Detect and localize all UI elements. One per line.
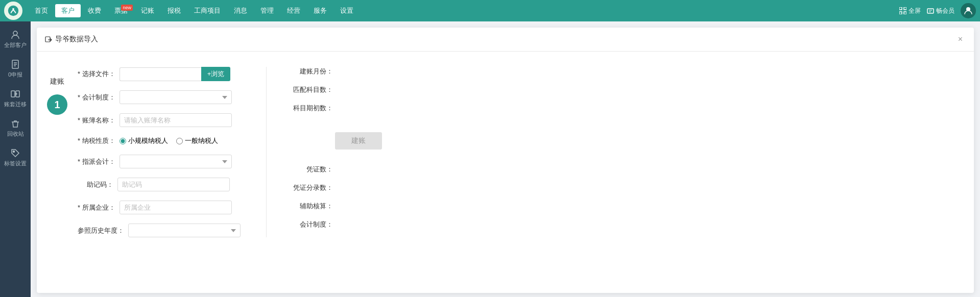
memo-row: 助记码： (78, 178, 241, 191)
sidebar: 全部客户 0申报 账套迁移 回收站 (0, 21, 31, 297)
file-input[interactable] (119, 67, 201, 81)
form-section: * 选择文件： +浏览 * 会计制度： (78, 67, 241, 237)
svg-rect-5 (904, 12, 906, 14)
assigned-accountant-row: * 指派会计： (78, 155, 241, 168)
nav-item-bookkeeping[interactable]: 记账 (135, 4, 160, 17)
voucher-count-row: 凭证数： (292, 165, 425, 174)
nav-item-tax[interactable]: 报税 (161, 4, 187, 17)
memo-label: 助记码： (78, 180, 113, 189)
sidebar-item-recycle[interactable]: 回收站 (1, 114, 30, 142)
subject-initial-label: 科目期初数： (292, 104, 333, 113)
dialog-header: 导爷数据导入 × (37, 28, 974, 52)
svg-rect-3 (904, 7, 906, 10)
nav-items: 首页 客户 收费 票据 new 记账 报税 工商项目 消息 管理 经营 服务 设… (29, 4, 899, 17)
acc-system-row: 会计制度： (292, 220, 425, 229)
dialog-title: 导爷数据导入 (45, 35, 98, 44)
file-input-group: +浏览 (119, 67, 231, 81)
fullscreen-button[interactable]: 全屏 (899, 7, 921, 15)
svg-rect-2 (899, 7, 902, 10)
ledger-name-input[interactable] (119, 113, 232, 127)
sidebar-item-declaration[interactable]: 0申报 (1, 55, 30, 83)
svg-rect-6 (927, 9, 934, 13)
nav-logo[interactable] (4, 2, 22, 20)
sidebar-item-tag-settings[interactable]: 标签设置 (1, 144, 30, 171)
nav-item-operations[interactable]: 经营 (281, 4, 306, 17)
history-year-label: 参照历史年度： (78, 226, 124, 235)
new-badge: new (121, 5, 133, 11)
nav-item-messages[interactable]: 消息 (228, 4, 253, 17)
dialog-close-button[interactable]: × (955, 34, 966, 45)
voucher-count-label: 凭证数： (292, 165, 333, 174)
company-input[interactable] (119, 201, 232, 214)
member-button[interactable]: 畅会员 (927, 7, 954, 15)
svg-rect-13 (45, 37, 50, 42)
assigned-accountant-select[interactable] (119, 155, 232, 168)
company-label: * 所属企业： (78, 203, 115, 212)
nav-item-management[interactable]: 管理 (254, 4, 280, 17)
history-year-select[interactable] (128, 224, 241, 237)
create-account-button[interactable]: 建账 (335, 132, 382, 150)
assigned-accountant-label: * 指派会计： (78, 157, 115, 166)
step-section: 建账 1 (47, 67, 67, 115)
nav-item-settings[interactable]: 设置 (334, 4, 360, 17)
voucher-entry-row: 凭证分录数： (292, 183, 425, 192)
month-row: 建账月份： (292, 67, 425, 76)
file-row: * 选择文件： +浏览 (78, 67, 241, 81)
acc-system-label: 会计制度： (292, 220, 333, 229)
nav-item-invoices[interactable]: 票据 new (108, 4, 134, 17)
svg-point-8 (13, 31, 17, 35)
accounting-system-select[interactable] (119, 90, 232, 104)
subject-initial-row: 科目期初数： (292, 104, 425, 113)
tax-type-label: * 纳税性质： (78, 136, 115, 145)
step-circle: 1 (47, 94, 67, 115)
sidebar-item-all-clients[interactable]: 全部客户 (1, 26, 30, 53)
accounting-system-row: * 会计制度： (78, 90, 241, 104)
aux-calc-label: 辅助核算： (292, 202, 333, 211)
history-year-row: 参照历史年度： (78, 224, 241, 237)
dialog-body: 建账 1 * 选择文件： +浏览 (37, 52, 974, 253)
info-panel: 建账月份： 匹配科目数： 科目期初数： 建账 (292, 67, 425, 237)
nav-item-clients[interactable]: 客户 (55, 4, 81, 17)
browse-button[interactable]: +浏览 (201, 67, 231, 81)
ledger-name-label: * 账簿名称： (78, 116, 115, 125)
radio-small-taxpayer[interactable]: 小规模纳税人 (119, 136, 168, 145)
aux-calc-row: 辅助核算： (292, 202, 425, 211)
svg-rect-10 (11, 91, 15, 97)
create-btn-container: 建账 (292, 128, 425, 150)
tax-type-row: * 纳税性质： 小规模纳税人 一般纳税人 (78, 136, 241, 145)
nav-item-fees[interactable]: 收费 (82, 4, 107, 17)
step-label: 建账 (50, 77, 64, 86)
radio-general-taxpayer[interactable]: 一般纳税人 (176, 136, 218, 145)
match-subject-label: 匹配科目数： (292, 85, 333, 94)
month-label: 建账月份： (292, 67, 333, 76)
nav-item-services[interactable]: 服务 (307, 4, 333, 17)
import-icon (45, 36, 52, 43)
vertical-divider (266, 67, 267, 237)
memo-input[interactable] (117, 178, 230, 191)
svg-point-12 (13, 151, 15, 153)
svg-rect-4 (899, 12, 902, 14)
nav-right: 全屏 畅会员 (899, 3, 976, 18)
voucher-entry-label: 凭证分录数： (292, 183, 333, 192)
content-area: 导爷数据导入 × 建账 1 * 选择文件： (31, 21, 980, 297)
nav-item-home[interactable]: 首页 (29, 4, 54, 17)
ledger-name-row: * 账簿名称： (78, 113, 241, 127)
avatar[interactable] (961, 3, 976, 18)
svg-point-1 (12, 8, 14, 10)
company-row: * 所属企业： (78, 201, 241, 214)
main-layout: 全部客户 0申报 账套迁移 回收站 (0, 21, 980, 297)
sidebar-item-account-migration[interactable]: 账套迁移 (1, 85, 30, 112)
file-label: * 选择文件： (78, 69, 115, 79)
tax-type-radio-group: 小规模纳税人 一般纳税人 (119, 136, 218, 145)
dialog-container: 导爷数据导入 × 建账 1 * 选择文件： (37, 28, 974, 293)
top-nav: 首页 客户 收费 票据 new 记账 报税 工商项目 消息 管理 经营 服务 设… (0, 0, 980, 21)
match-subject-row: 匹配科目数： (292, 85, 425, 94)
nav-item-business[interactable]: 工商项目 (188, 4, 227, 17)
accounting-system-label: * 会计制度： (78, 93, 115, 102)
